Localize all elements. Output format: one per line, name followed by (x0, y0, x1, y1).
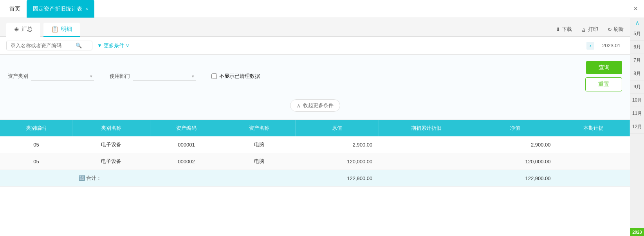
asset-category-select-wrap (31, 72, 94, 81)
search-icon[interactable]: 🔍 (76, 43, 82, 48)
print-label: 打印 (588, 26, 598, 33)
no-cleared-label: 不显示已清理数据 (219, 73, 260, 80)
table-cell-r0-c7 (557, 136, 630, 153)
collapse-label: 收起更多条件 (303, 102, 334, 109)
date-display: 2023.01 (599, 43, 624, 48)
sidebar-scroll-up[interactable]: ∧ (634, 18, 641, 27)
table-header-类别名称: 类别名称 (72, 120, 150, 136)
no-cleared-checkbox-group: 不显示已清理数据 (211, 73, 260, 80)
tab-close-icon[interactable]: × (85, 6, 88, 12)
table-header-类别编码: 类别编码 (0, 120, 72, 136)
more-conditions-button[interactable]: ▼ 更多条件 ∨ (97, 42, 130, 49)
download-button[interactable]: ⬇ 下载 (556, 26, 572, 33)
table-header-资产名称: 资产名称 (223, 120, 296, 136)
print-icon: 🖨 (581, 27, 586, 32)
total-cell-c3 (223, 170, 296, 187)
left-panel: ⊕ 汇总 📋 明细 ⬇ 下载 🖨 打印 ↻ (0, 18, 630, 236)
table-cell-r0-c0: 05 (0, 136, 72, 153)
download-icon: ⬇ (556, 27, 560, 32)
sidebar-month-5[interactable]: 5月 (630, 27, 644, 41)
table-cell-r0-c4: 2,900.00 (296, 136, 379, 153)
data-table: 类别编码类别名称资产编码资产名称原值期初累计折旧净值本期计提 05电子设备000… (0, 120, 630, 187)
table-cell-r1-c6: 120,000.00 (474, 153, 557, 170)
filter-row: 资产类别 使用部门 (8, 61, 622, 91)
tab-summary-label: 汇总 (22, 26, 32, 33)
filter-panel: 资产类别 使用部门 (0, 55, 630, 120)
search-input-wrap[interactable]: 🔍 (6, 41, 92, 50)
total-cell-c6: 122,900.00 (474, 170, 557, 187)
sidebar-toggle-button[interactable]: › (586, 42, 594, 50)
sidebar-month-7[interactable]: 7月 (630, 54, 644, 67)
reset-button[interactable]: 重置 (585, 77, 622, 91)
table-header-净值: 净值 (474, 120, 557, 136)
sidebar-month-10[interactable]: 10月 (630, 94, 644, 107)
search-input[interactable] (11, 43, 73, 48)
search-row: 🔍 ▼ 更多条件 ∨ › 2023.01 (0, 37, 630, 55)
asset-category-filter: 资产类别 (8, 72, 94, 81)
filter-icon: ▼ (97, 43, 102, 48)
collapse-icon: ∧ (297, 103, 301, 109)
no-cleared-checkbox[interactable] (211, 73, 217, 79)
table-header-row: 类别编码类别名称资产编码资产名称原值期初累计折旧净值本期计提 (0, 120, 630, 136)
total-cell-c7 (557, 170, 630, 187)
active-tab-label: 固定资产折旧统计表 (33, 5, 82, 13)
active-tab[interactable]: 固定资产折旧统计表 × (27, 0, 94, 18)
print-button[interactable]: 🖨 打印 (581, 26, 598, 33)
table-header-原值: 原值 (296, 120, 379, 136)
tab-detail[interactable]: 📋 明细 (43, 23, 80, 37)
detail-icon: 📋 (51, 26, 59, 33)
table-row: 05电子设备000001电脑2,900.002,900.00 (0, 136, 630, 153)
home-tab[interactable]: 首页 (6, 5, 23, 13)
main-content: ⊕ 汇总 📋 明细 ⬇ 下载 🖨 打印 ↻ (0, 18, 644, 236)
total-cell-c4: 122,900.00 (296, 170, 379, 187)
asset-category-select[interactable] (31, 72, 94, 81)
table-header-本期计提: 本期计提 (557, 120, 630, 136)
summary-icon: ⊕ (14, 26, 19, 33)
table-header-期初累计折旧: 期初累计折旧 (379, 120, 474, 136)
tabs-row: ⊕ 汇总 📋 明细 ⬇ 下载 🖨 打印 ↻ (0, 18, 630, 37)
table-cell-r0-c1: 电子设备 (72, 136, 150, 153)
refresh-icon: ↻ (608, 27, 612, 32)
total-row: 🔢 合计：122,900.00122,900.00 (0, 170, 630, 187)
filter-actions: 查询 重置 (585, 61, 622, 91)
table-cell-r1-c3: 电脑 (223, 153, 296, 170)
table-container: 类别编码类别名称资产编码资产名称原值期初累计折旧净值本期计提 05电子设备000… (0, 120, 630, 236)
dept-select-wrap (133, 72, 196, 81)
sidebar-month-8[interactable]: 8月 (630, 67, 644, 80)
refresh-button[interactable]: ↻ 刷新 (608, 26, 624, 33)
dept-label: 使用部门 (110, 73, 130, 80)
filter-bottom-row: ∧ 收起更多条件 (8, 96, 622, 116)
table-cell-r1-c1: 电子设备 (72, 153, 150, 170)
total-cell-c2 (150, 170, 223, 187)
asset-category-label: 资产类别 (8, 73, 28, 80)
query-button[interactable]: 查询 (586, 61, 622, 74)
table-cell-r1-c4: 120,000.00 (296, 153, 379, 170)
total-cell-c0 (0, 170, 72, 187)
collapse-conditions-button[interactable]: ∧ 收起更多条件 (290, 99, 340, 112)
dept-filter: 使用部门 (110, 72, 196, 81)
tab-summary[interactable]: ⊕ 汇总 (6, 23, 40, 37)
tab-detail-label: 明细 (61, 26, 72, 33)
more-conditions-label: 更多条件 (104, 42, 124, 49)
sidebar-month-9[interactable]: 9月 (630, 80, 644, 94)
right-sidebar: ∧ 5月 6月 7月 8月 9月 10月 11月 12月 2023 (630, 18, 644, 236)
tabs-left: ⊕ 汇总 📋 明细 (6, 18, 80, 36)
table-cell-r0-c5 (379, 136, 474, 153)
total-cell-c1: 🔢 合计： (72, 170, 150, 187)
table-cell-r1-c0: 05 (0, 153, 72, 170)
year-badge[interactable]: 2023 (630, 228, 644, 236)
toolbar-actions: ⬇ 下载 🖨 打印 ↻ 刷新 (556, 26, 624, 36)
table-row: 05电子设备000002电脑120,000.00120,000.00 (0, 153, 630, 170)
table-cell-r0-c6: 2,900.00 (474, 136, 557, 153)
table-cell-r1-c2: 000002 (150, 153, 223, 170)
sidebar-month-12[interactable]: 12月 (630, 120, 644, 134)
window-close-button[interactable]: × (633, 5, 638, 13)
sidebar-month-11[interactable]: 11月 (630, 107, 644, 120)
top-nav: 首页 固定资产折旧统计表 × × (0, 0, 644, 18)
dept-select[interactable] (133, 72, 196, 81)
total-cell-c5 (379, 170, 474, 187)
sidebar-month-6[interactable]: 6月 (630, 41, 644, 54)
table-cell-r1-c5 (379, 153, 474, 170)
refresh-label: 刷新 (613, 26, 624, 33)
chevron-down-icon: ∨ (126, 43, 130, 48)
